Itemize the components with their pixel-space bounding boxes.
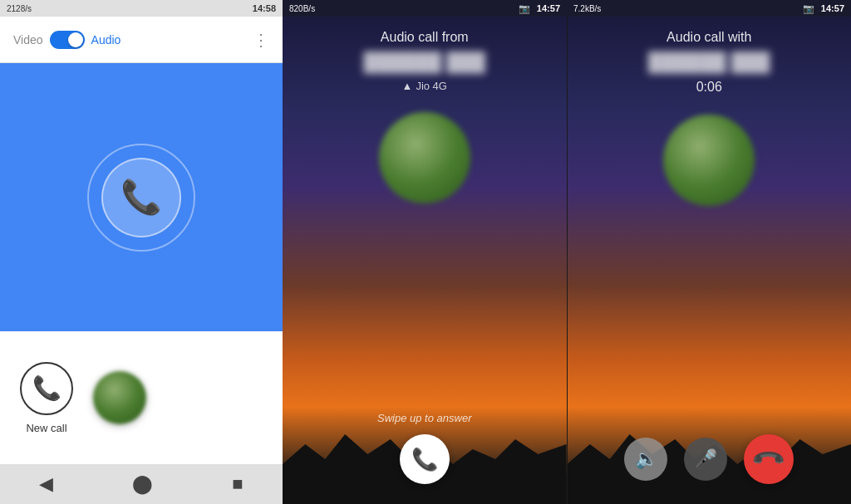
end-call-icon: 📞: [750, 441, 788, 478]
network-label: Jio 4G: [416, 80, 447, 92]
camera-icon-mid: 📷: [519, 3, 530, 14]
recents-button[interactable]: ■: [232, 473, 243, 495]
incoming-call-screen: Audio call from ██████ ███ ▲ Jio 4G Swip…: [283, 17, 567, 504]
home-button[interactable]: ⬤: [132, 473, 153, 495]
video-label: Video: [13, 33, 43, 46]
top-bar: Video Audio ⋮: [0, 17, 283, 63]
blue-area: 📞: [0, 63, 283, 331]
contact-avatar[interactable]: [93, 371, 146, 424]
navigation-bar: ◀ ⬤ ■: [0, 464, 283, 504]
status-bar-mid: 820B/s 📷 14:57: [283, 0, 567, 17]
phone-icon: 📞: [121, 178, 162, 217]
toggle-switch[interactable]: [50, 31, 85, 49]
active-call-footer: 🔈 🎤 📞: [568, 434, 852, 504]
incoming-avatar-container: [283, 112, 567, 203]
toggle-knob: [68, 32, 83, 47]
call-network-info: ▲ Jio 4G: [296, 80, 553, 92]
back-button[interactable]: ◀: [39, 473, 53, 495]
incoming-call-footer: Swipe up to answer 📞: [283, 412, 567, 504]
end-call-button[interactable]: 📞: [744, 434, 794, 484]
incoming-call-header: Audio call from ██████ ███ ▲ Jio 4G: [283, 17, 567, 105]
audio-call-with-label: Audio call with: [581, 30, 839, 45]
answer-button[interactable]: 📞: [400, 434, 450, 484]
new-call-phone-icon: 📞: [32, 374, 61, 402]
new-call-label: New call: [26, 422, 66, 434]
speaker-button[interactable]: 🔈: [624, 438, 667, 481]
audio-call-from-label: Audio call from: [296, 30, 553, 45]
incoming-caller-avatar: [379, 112, 470, 203]
answer-phone-icon: 📞: [411, 447, 438, 472]
status-right-info: 7.2kB/s: [573, 4, 601, 13]
contacts-area: 📞 New call: [0, 331, 283, 464]
status-mid-time: 14:57: [537, 3, 560, 13]
active-call-header: Audio call with ██████ ███ 0:06: [568, 17, 852, 108]
signal-icon: ▲: [402, 80, 413, 92]
speaker-icon: 🔈: [635, 448, 657, 470]
audio-label: Audio: [91, 33, 121, 46]
incoming-caller-name: ██████ ███: [296, 51, 553, 73]
active-call-screen: Audio call with ██████ ███ 0:06 🔈 🎤 📞: [568, 17, 852, 504]
status-right-time: 14:57: [821, 3, 844, 13]
call-button-outer[interactable]: 📞: [87, 144, 195, 252]
call-type-toggle[interactable]: Video Audio: [13, 31, 121, 49]
swipe-to-answer-text: Swipe up to answer: [377, 412, 471, 424]
mute-icon: 🎤: [695, 448, 717, 470]
status-bar-left: 2128/s 14:58: [0, 0, 283, 17]
status-left-time: 14:58: [253, 3, 276, 13]
status-left-info: 2128/s: [7, 4, 32, 13]
mute-button[interactable]: 🎤: [684, 438, 727, 481]
call-duration: 0:06: [581, 80, 839, 95]
more-options-icon[interactable]: ⋮: [253, 30, 269, 50]
active-avatar-container: [568, 115, 852, 206]
status-mid-info: 820B/s: [289, 4, 315, 13]
right-panels: Audio call from ██████ ███ ▲ Jio 4G Swip…: [283, 17, 851, 504]
call-button-inner[interactable]: 📞: [101, 158, 181, 237]
active-caller-name: ██████ ███: [581, 51, 839, 73]
new-call-circle[interactable]: 📞: [20, 362, 73, 415]
new-call-button[interactable]: 📞 New call: [20, 362, 73, 434]
active-caller-avatar: [663, 115, 755, 206]
left-panel: Video Audio ⋮ 📞 📞 New call: [0, 17, 283, 504]
status-bar-right: 7.2kB/s 📷 14:57: [567, 0, 851, 17]
camera-icon-right: 📷: [803, 3, 814, 14]
